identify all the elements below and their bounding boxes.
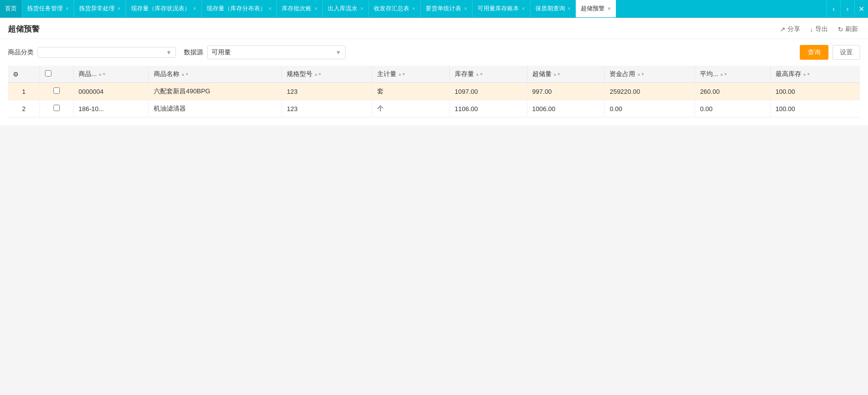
query-button[interactable]: 查询: [800, 45, 828, 60]
row-number: 2: [8, 100, 40, 118]
cell-spec: 123: [282, 83, 372, 100]
close-icon[interactable]: ×: [193, 6, 196, 11]
nav-item-expiry[interactable]: 保质期查询 ×: [530, 0, 576, 18]
category-select[interactable]: ▼: [38, 47, 176, 58]
nav-item-available[interactable]: 可用量库存账本 ×: [473, 0, 530, 18]
row-checkbox-cell: [40, 100, 74, 118]
table-row: 2 186-10... 机油滤清器 123 个 1106.00 1006.00 …: [8, 100, 860, 118]
cell-stock: 1097.00: [449, 83, 527, 100]
row-checkbox-cell: [40, 83, 74, 100]
close-icon[interactable]: ×: [269, 6, 272, 11]
datasource-select[interactable]: 可用量 ▼: [207, 45, 346, 59]
export-icon: ↓: [810, 26, 814, 33]
close-icon[interactable]: ×: [608, 6, 610, 11]
close-icon[interactable]: ×: [360, 6, 363, 11]
th-product-code[interactable]: 商品...▲▼: [73, 66, 149, 83]
close-icon[interactable]: ×: [412, 6, 415, 11]
chevron-down-icon: ▼: [166, 49, 172, 55]
nav-item-inout[interactable]: 出入库流水 ×: [323, 0, 369, 18]
sort-icon: ▲▼: [398, 73, 406, 77]
th-gear[interactable]: ⚙: [8, 66, 40, 83]
nav-item-exception[interactable]: 拣货异常处理 ×: [74, 0, 126, 18]
chevron-down-icon: ▼: [336, 49, 341, 55]
th-spec[interactable]: 规格型号▲▼: [282, 66, 372, 83]
nav-item-inventory-status[interactable]: 现存量（库存状况表） ×: [126, 0, 202, 18]
refresh-icon: ↻: [838, 26, 843, 33]
sort-icon: ▲▼: [476, 73, 483, 77]
nav-item-task[interactable]: 拣货任务管理 ×: [22, 0, 74, 18]
th-capital[interactable]: 资金占用▲▼: [605, 66, 695, 83]
filter-area: 商品分类 ▼ 数据源 可用量 ▼ 查询 设置: [0, 39, 868, 66]
sort-icon: ▲▼: [637, 73, 645, 77]
table-container: ⚙ 商品...▲▼ 商品名称▲▼ 规格型号▲▼ 主计量▲▼: [0, 66, 868, 125]
th-product-name[interactable]: 商品名称▲▼: [149, 66, 282, 83]
th-unit[interactable]: 主计量▲▼: [372, 66, 449, 83]
table-row: 1 0000004 六配套新昌490BPG 123 套 1097.00 997.…: [8, 83, 860, 100]
share-icon: ↗: [780, 26, 785, 33]
sort-icon: ▲▼: [98, 73, 106, 77]
cell-unit: 个: [372, 100, 449, 118]
cell-product-name: 机油滤清器: [149, 100, 282, 118]
page-title: 超储预警: [8, 24, 40, 35]
share-button[interactable]: ↗ 分享: [778, 24, 802, 35]
nav-item-home[interactable]: 首页: [0, 0, 22, 18]
cell-product-name: 六配套新昌490BPG: [149, 83, 282, 100]
datasource-label: 数据源: [184, 48, 203, 57]
nav-item-overstock[interactable]: 超储预警 ×: [576, 0, 616, 18]
sort-icon: ▲▼: [553, 73, 561, 77]
sort-icon: ▲▼: [720, 73, 728, 77]
filter-category: 商品分类 ▼: [8, 47, 176, 58]
close-icon[interactable]: ×: [522, 6, 525, 11]
category-label: 商品分类: [8, 48, 34, 57]
nav-item-orders[interactable]: 要货单统计表 ×: [421, 0, 473, 18]
refresh-button[interactable]: ↻ 刷新: [836, 24, 860, 35]
filter-right-group: 查询 设置: [800, 45, 860, 60]
row-number: 1: [8, 83, 40, 100]
cell-product-code: 0000004: [73, 83, 149, 100]
cell-avg: 260.00: [695, 83, 771, 100]
sort-icon: ▲▼: [314, 73, 322, 77]
cell-spec: 123: [282, 100, 372, 118]
close-icon[interactable]: ×: [568, 6, 571, 11]
close-icon[interactable]: ×: [314, 6, 317, 11]
cell-stock: 1106.00: [449, 100, 527, 118]
th-stock[interactable]: 库存量▲▼: [449, 66, 527, 83]
nav-arrows: ‹ › ✕: [826, 0, 868, 18]
page-content: 超储预警 ↗ 分享 ↓ 导出 ↻ 刷新 商品分类 ▼ 数据源: [0, 18, 868, 125]
close-icon[interactable]: ×: [66, 6, 69, 11]
cell-overstock: 997.00: [527, 83, 605, 100]
nav-item-inventory-dist[interactable]: 现存量（库存分布表） ×: [202, 0, 277, 18]
row-checkbox[interactable]: [53, 87, 60, 94]
nav-item-batch[interactable]: 库存批次账 ×: [277, 0, 323, 18]
table-header-row: ⚙ 商品...▲▼ 商品名称▲▼ 规格型号▲▼ 主计量▲▼: [8, 66, 860, 83]
export-button[interactable]: ↓ 导出: [808, 24, 830, 35]
th-avg[interactable]: 平均...▲▼: [695, 66, 771, 83]
cell-avg: 0.00: [695, 100, 771, 118]
nav-close-button[interactable]: ✕: [854, 0, 868, 18]
cell-max-stock: 100.00: [770, 83, 860, 100]
close-icon[interactable]: ×: [464, 6, 467, 11]
nav-prev-button[interactable]: ‹: [826, 0, 840, 18]
cell-unit: 套: [372, 83, 449, 100]
row-checkbox[interactable]: [53, 105, 60, 111]
data-table: ⚙ 商品...▲▼ 商品名称▲▼ 规格型号▲▼ 主计量▲▼: [8, 66, 860, 118]
datasource-value: 可用量: [212, 48, 231, 57]
sort-icon: ▲▼: [181, 73, 189, 77]
sort-icon: ▲▼: [803, 73, 811, 77]
top-nav: 首页 拣货任务管理 × 拣货异常处理 × 现存量（库存状况表） × 现存量（库存…: [0, 0, 868, 18]
page-actions: ↗ 分享 ↓ 导出 ↻ 刷新: [778, 24, 861, 35]
cell-capital: 259220.00: [605, 83, 695, 100]
th-max-stock[interactable]: 最高库存▲▼: [770, 66, 860, 83]
cell-max-stock: 100.00: [770, 100, 860, 118]
select-all-checkbox[interactable]: [45, 70, 51, 77]
page-header: 超储预警 ↗ 分享 ↓ 导出 ↻ 刷新: [0, 18, 868, 39]
filter-datasource: 数据源 可用量 ▼: [184, 45, 346, 59]
nav-next-button[interactable]: ›: [840, 0, 854, 18]
cell-capital: 0.00: [605, 100, 695, 118]
cell-product-code: 186-10...: [73, 100, 149, 118]
nav-item-summary[interactable]: 收发存汇总表 ×: [369, 0, 421, 18]
settings-button[interactable]: 设置: [832, 45, 860, 60]
cell-overstock: 1006.00: [527, 100, 605, 118]
close-icon[interactable]: ×: [118, 6, 121, 11]
th-overstock[interactable]: 超储量▲▼: [527, 66, 605, 83]
